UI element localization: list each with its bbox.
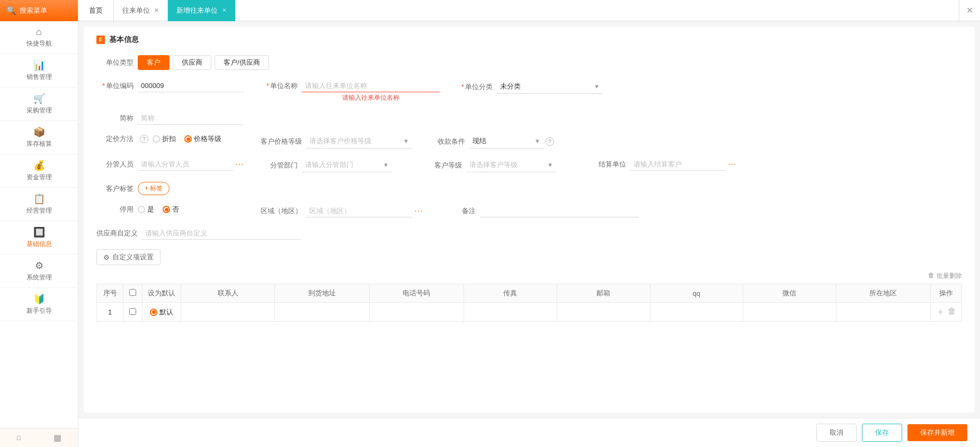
row-fax[interactable] (464, 303, 557, 322)
sidebar-item-sales[interactable]: 📊 销售管理 (0, 54, 78, 87)
wechat-input[interactable] (749, 308, 831, 316)
region-table-input[interactable] (842, 308, 925, 316)
customer-level-select[interactable]: 请选择客户等级 ▼ (466, 158, 556, 172)
tab-new-unit-close[interactable]: ✕ (222, 7, 227, 14)
settlement-unit-more-btn[interactable]: ··· (728, 160, 736, 169)
unit-type-label: 单位类型 (96, 58, 133, 67)
disabled-no-circle (163, 206, 170, 213)
cancel-button[interactable]: 取消 (816, 424, 857, 442)
select-all-checkbox[interactable] (129, 289, 136, 296)
finance-icon: 💰 (33, 160, 45, 171)
tab-unit-list[interactable]: 往来单位 ✕ (114, 0, 168, 21)
sidebar-item-basics[interactable]: 🔲 基础信息 (0, 221, 78, 255)
manager-more-btn[interactable]: ··· (235, 160, 244, 169)
unit-code-input[interactable] (138, 80, 244, 92)
sidebar-search[interactable]: 🔍 搜索菜单 (0, 0, 78, 21)
unit-category-select[interactable]: 未分类 ▼ (497, 80, 603, 94)
add-tag-button[interactable]: + 标签 (138, 182, 170, 195)
sidebar-home-btn[interactable]: ⌂ (16, 433, 22, 443)
row-email[interactable] (557, 303, 650, 322)
system-icon: ⚙ (35, 260, 43, 271)
delete-row-btn[interactable]: 🗑 (948, 306, 956, 318)
short-name-input[interactable] (138, 112, 244, 125)
discount-radio-circle (153, 135, 160, 143)
disabled-yes[interactable]: 是 (138, 205, 154, 214)
payment-terms-select[interactable]: 现结 ▼ (469, 134, 544, 148)
th-phone: 电话号码 (369, 284, 464, 303)
batch-delete-label[interactable]: 批量删除 (937, 271, 962, 281)
section-icon: F (96, 36, 105, 44)
sidebar: 🔍 搜索菜单 ⌂ 快捷导航 📊 销售管理 🛒 采购管理 📦 库存核算 💰 资金管… (0, 0, 78, 447)
department-arrow: ▼ (383, 162, 389, 168)
window-close-button[interactable]: ✕ (959, 0, 980, 21)
fax-input[interactable] (469, 308, 551, 316)
payment-terms-help-icon[interactable]: ? (546, 137, 554, 146)
sidebar-menu-btn[interactable]: ▦ (54, 433, 61, 443)
customer-tags-row: 客户标签 + 标签 (96, 182, 962, 195)
unit-category-label: 单位分类 (456, 82, 493, 92)
price-level-label: 价格等级 (194, 134, 221, 144)
sidebar-item-purchase[interactable]: 🛒 采购管理 (0, 87, 78, 121)
unit-code-field: 单位编码 (96, 80, 245, 92)
unit-name-input[interactable] (302, 80, 440, 92)
row-default-radio[interactable]: 默认 (148, 308, 175, 317)
unit-btn-supplier[interactable]: 供应商 (173, 55, 211, 70)
settlement-unit-input[interactable] (630, 158, 726, 171)
contact-input[interactable] (186, 308, 269, 316)
custom-settings-button[interactable]: ⚙ 自定义项设置 (96, 249, 161, 265)
manager-input[interactable] (138, 158, 233, 171)
save-button[interactable]: 保存 (862, 424, 902, 442)
address-input[interactable] (280, 308, 363, 316)
customer-price-level-arrow: ▼ (403, 138, 409, 144)
tab-home[interactable]: 首页 (78, 0, 114, 21)
sidebar-item-label: 基础信息 (26, 240, 52, 249)
bottom-action-bar: 取消 保存 保存并新增 (78, 418, 980, 447)
disabled-no[interactable]: 否 (163, 205, 179, 214)
region-more-btn[interactable]: ··· (414, 206, 423, 216)
pricing-radio-price-level[interactable]: 价格等级 (184, 134, 221, 144)
tab-unit-list-close[interactable]: ✕ (154, 7, 159, 14)
section-title: F 基本信息 (96, 35, 962, 45)
row-qq[interactable] (650, 303, 743, 322)
row-region[interactable] (836, 303, 930, 322)
phone-input[interactable] (375, 308, 458, 316)
save-new-button[interactable]: 保存并新增 (907, 424, 967, 441)
sidebar-item-system[interactable]: ⚙ 系统管理 (0, 255, 78, 288)
region-input[interactable] (306, 205, 412, 217)
add-row-btn[interactable]: ＋ (936, 306, 945, 318)
email-input[interactable] (563, 308, 645, 316)
custom-settings-label: 自定义项设置 (112, 252, 154, 262)
unit-btn-both[interactable]: 客户/供应商 (215, 55, 269, 70)
remark-input[interactable] (480, 205, 639, 217)
region-field: 区域（地区） ··· (261, 205, 423, 217)
sidebar-item-label: 新手引导 (26, 306, 52, 315)
row-checkbox[interactable] (129, 308, 136, 315)
row-contact[interactable] (181, 303, 275, 322)
tab-new-unit[interactable]: 新增往来单位 ✕ (168, 0, 236, 21)
qq-input[interactable] (656, 308, 737, 316)
pricing-help-icon[interactable]: ? (140, 135, 148, 143)
th-address: 到货地址 (275, 284, 369, 303)
short-name-label: 简称 (96, 113, 133, 123)
contact-table: 序号 设为默认 联系人 到货地址 电话号码 传真 邮箱 qq 微信 所在地区 操… (96, 284, 962, 322)
discount-label: 折扣 (162, 134, 176, 144)
sidebar-item-newbie[interactable]: 🔰 新手引导 (0, 288, 78, 321)
th-operation: 操作 (930, 284, 961, 303)
sidebar-item-finance[interactable]: 💰 资金管理 (0, 154, 78, 188)
supplier-custom-input[interactable] (142, 227, 301, 240)
sidebar-item-inventory[interactable]: 📦 库存核算 (0, 121, 78, 154)
department-select[interactable]: 请输入分管部门 ▼ (302, 158, 392, 172)
sidebar-item-quick-nav[interactable]: ⌂ 快捷导航 (0, 21, 78, 54)
unit-btn-customer[interactable]: 客户 (138, 55, 170, 70)
row-address[interactable] (275, 303, 369, 322)
sidebar-item-label: 采购管理 (26, 106, 52, 115)
row-wechat[interactable] (743, 303, 836, 322)
department-field: 分管部门 请输入分管部门 ▼ (261, 158, 409, 172)
customer-level-label: 客户等级 (425, 161, 462, 170)
payment-terms-field: 收款条件 现结 ▼ ? (428, 134, 576, 148)
pricing-radio-discount[interactable]: 折扣 (153, 134, 176, 144)
sidebar-item-operations[interactable]: 📋 经营管理 (0, 188, 78, 221)
supplier-custom-label: 供应商自定义 (96, 229, 138, 238)
customer-price-level-select[interactable]: 请选择客户价格等级 ▼ (306, 134, 412, 148)
row-phone[interactable] (369, 303, 464, 322)
